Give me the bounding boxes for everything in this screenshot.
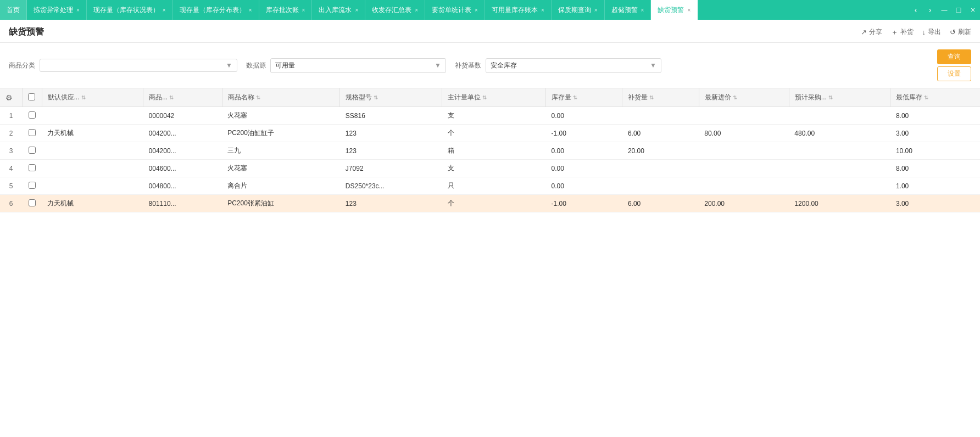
unit-sort-icon: ⇅ (482, 94, 487, 100)
tab-maximize-btn[interactable]: □ (951, 0, 966, 20)
tab-expiry[interactable]: 保质期查询× (552, 0, 605, 20)
tab-minimize-btn[interactable]: — (937, 0, 951, 20)
row-unit: 个 (442, 195, 546, 212)
datasource-label: 数据源 (246, 61, 266, 70)
row-checkbox-cell (22, 177, 42, 195)
row-latest-price: 200.00 (699, 195, 789, 212)
datasource-value: 可用量 (275, 61, 295, 70)
replenish-button[interactable]: ＋ 补货 (891, 27, 914, 37)
datasource-filter-group: 数据源 可用量 ▼ (246, 58, 446, 73)
category-select[interactable]: ▼ (40, 59, 237, 72)
tab-label: 要货单统计表 (432, 5, 471, 15)
tab-close-icon[interactable]: × (76, 7, 80, 13)
tab-close-icon[interactable]: × (594, 7, 598, 13)
row-replenish-qty (622, 177, 699, 195)
tab-label: 库存批次账 (266, 5, 299, 15)
th-product-code[interactable]: 商品... ⇅ (143, 88, 222, 107)
base-select[interactable]: 安全库存 ▼ (486, 58, 661, 73)
row-checkbox[interactable] (29, 164, 36, 171)
row-est-purchase: 480.00 (789, 125, 890, 142)
tab-close-icon[interactable]: × (355, 7, 358, 13)
tab-prev-btn[interactable]: ‹ (909, 0, 923, 20)
row-spec: 123 (340, 142, 442, 160)
th-latest-price[interactable]: 最新进价 ⇅ (699, 88, 789, 107)
row-product-code: 004800... (143, 177, 222, 195)
th-min-stock[interactable]: 最低库存 ⇅ (890, 88, 980, 107)
th-supplier[interactable]: 默认供应... ⇅ (42, 88, 143, 107)
row-product-code: 004200... (143, 125, 222, 142)
tab-bar: 首页拣货异常处理×现存量（库存状况表）×现存量（库存分布表）×库存批次账×出入库… (0, 0, 980, 20)
row-product-name: 离合片 (222, 177, 340, 195)
row-checkbox[interactable] (29, 147, 36, 154)
tab-label: 首页 (7, 5, 20, 15)
tab-abnormal[interactable]: 拣货异常处理× (27, 0, 87, 20)
row-checkbox[interactable] (29, 111, 36, 119)
th-checkbox (22, 88, 42, 107)
tab-collect[interactable]: 收发存汇总表× (365, 0, 425, 20)
row-stock: 0.00 (545, 177, 622, 195)
table-row: 3 004200... 三九 123 箱 0.00 20.00 10.00 (0, 142, 980, 160)
row-num: 4 (0, 160, 22, 177)
th-unit[interactable]: 主计量单位 ⇅ (442, 88, 546, 107)
row-unit: 支 (442, 160, 546, 177)
row-est-purchase (789, 177, 890, 195)
table-header-row: ⚙ 默认供应... ⇅ 商品... ⇅ (0, 88, 980, 107)
replenish-qty-sort-icon: ⇅ (649, 94, 654, 100)
share-button[interactable]: ↗ 分享 (861, 27, 882, 37)
row-product-code: 0000042 (143, 107, 222, 125)
tab-demand[interactable]: 要货单统计表× (425, 0, 485, 20)
tab-close-all-btn[interactable]: × (966, 0, 980, 20)
row-checkbox-cell (22, 107, 42, 125)
stock-sort-icon: ⇅ (573, 94, 577, 100)
th-replenish-qty[interactable]: 补货量 ⇅ (622, 88, 699, 107)
th-stock[interactable]: 库存量 ⇅ (545, 88, 622, 107)
datasource-select[interactable]: 可用量 ▼ (270, 58, 446, 73)
tab-stock-dist[interactable]: 现存量（库存分布表）× (173, 0, 259, 20)
row-est-purchase: 1200.00 (789, 195, 890, 212)
row-checkbox[interactable] (29, 129, 36, 136)
tab-overstock[interactable]: 超储预警× (605, 0, 652, 20)
row-product-code: 801110... (143, 195, 222, 212)
filter-bar: 商品分类 ▼ 数据源 可用量 ▼ 补货基数 安全库存 ▼ 查询 设置 (0, 43, 980, 88)
tab-stock-status[interactable]: 现存量（库存状况表）× (87, 0, 173, 20)
settings-button[interactable]: 设置 (937, 66, 971, 81)
column-settings-icon[interactable]: ⚙ (5, 93, 13, 102)
spec-sort-icon: ⇅ (374, 94, 378, 100)
tab-close-icon[interactable]: × (249, 7, 252, 13)
tab-close-icon[interactable]: × (302, 7, 305, 13)
query-button[interactable]: 查询 (937, 49, 971, 64)
export-button[interactable]: ↓ 导出 (922, 27, 942, 37)
table-row: 4 004600... 火花塞 J7092 支 0.00 8.00 (0, 160, 980, 177)
th-est-purchase[interactable]: 预计采购... ⇅ (789, 88, 890, 107)
th-spec[interactable]: 规格型号 ⇅ (340, 88, 442, 107)
refresh-button[interactable]: ↺ 刷新 (950, 27, 971, 37)
row-checkbox-cell (22, 160, 42, 177)
select-all-checkbox[interactable] (28, 93, 35, 100)
tab-close-icon[interactable]: × (475, 7, 478, 13)
latest-price-sort-icon: ⇅ (733, 94, 737, 100)
share-icon: ↗ (861, 28, 867, 36)
tab-batch[interactable]: 库存批次账× (259, 0, 313, 20)
page-title: 缺货预警 (9, 26, 44, 38)
row-checkbox[interactable] (29, 182, 36, 189)
tab-next-btn[interactable]: › (923, 0, 937, 20)
row-spec: 123 (340, 195, 442, 212)
row-replenish-qty: 6.00 (622, 195, 699, 212)
category-chevron-icon: ▼ (226, 61, 232, 69)
tab-home[interactable]: 首页 (0, 0, 27, 20)
row-checkbox[interactable] (29, 199, 36, 206)
tab-close-icon[interactable]: × (163, 7, 166, 13)
tab-close-icon[interactable]: × (415, 7, 418, 13)
tab-shortage[interactable]: 缺货预警× (651, 0, 698, 20)
row-unit: 只 (442, 177, 546, 195)
tab-flow[interactable]: 出入库流水× (312, 0, 365, 20)
tab-close-icon[interactable]: × (687, 7, 691, 13)
tab-available[interactable]: 可用量库存账本× (485, 0, 552, 20)
base-chevron-icon: ▼ (650, 61, 656, 69)
tab-close-icon[interactable]: × (641, 7, 644, 13)
row-replenish-qty: 20.00 (622, 142, 699, 160)
th-product-name[interactable]: 商品名称 ⇅ (222, 88, 340, 107)
tab-close-icon[interactable]: × (541, 7, 544, 13)
row-unit: 个 (442, 125, 546, 142)
row-est-purchase (789, 142, 890, 160)
